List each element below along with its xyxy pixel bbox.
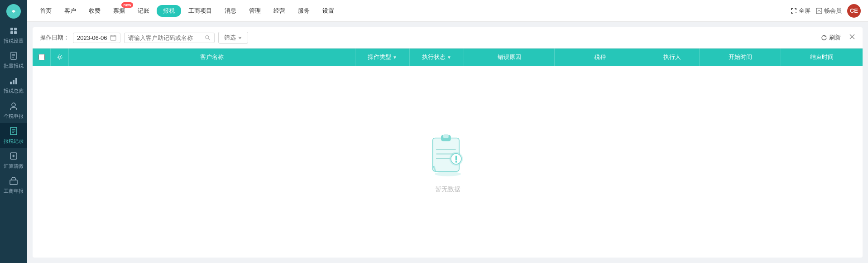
exec-status-sort-icon: ▼ bbox=[447, 55, 451, 60]
refresh-icon bbox=[821, 34, 827, 41]
sidebar: 报税设置 批量报税 报税总览 bbox=[0, 0, 27, 263]
main-content: 操作日期： 2023-06-06 筛选 bbox=[27, 22, 868, 263]
svg-point-12 bbox=[12, 103, 15, 107]
svg-rect-4 bbox=[14, 31, 17, 34]
col-settings[interactable] bbox=[51, 49, 69, 66]
sidebar-item-piliang-baoshui-label: 批量报税 bbox=[4, 63, 24, 69]
sidebar-item-piliang-baoshui[interactable]: 批量报税 bbox=[0, 48, 27, 73]
svg-rect-11 bbox=[15, 78, 17, 84]
sidebar-item-baoshui-jilu-label: 报税记录 bbox=[4, 138, 24, 144]
op-type-sort-icon: ▼ bbox=[393, 55, 397, 60]
nav-item-customer[interactable]: 客户 bbox=[59, 5, 82, 17]
close-button[interactable] bbox=[849, 34, 855, 42]
baoshui-shezhi-icon bbox=[9, 26, 18, 37]
svg-rect-1 bbox=[10, 28, 13, 30]
nav-item-baoshui[interactable]: 报税 bbox=[157, 5, 181, 17]
sidebar-item-gongshang-nianbao-label: 工商年报 bbox=[4, 188, 24, 194]
member-button[interactable]: 畅会员 bbox=[816, 7, 842, 15]
col-executor: 执行人 bbox=[645, 49, 700, 66]
nav-item-fuwu[interactable]: 服务 bbox=[293, 5, 315, 17]
refresh-button[interactable]: 刷新 bbox=[821, 34, 841, 42]
date-value: 2023-06-06 bbox=[77, 34, 107, 41]
col-tax-type: 税种 bbox=[555, 49, 645, 66]
col-start-time: 开始时间 bbox=[700, 49, 781, 66]
nav-item-piaoju-wrapper: 票据 new bbox=[108, 5, 130, 17]
sidebar-logo[interactable] bbox=[0, 0, 27, 23]
top-bar-right: 全屏 畅会员 CE bbox=[791, 4, 861, 18]
sidebar-item-gongshang-nianbao[interactable]: 工商年报 bbox=[0, 173, 27, 198]
sidebar-item-baoshui-shezhi[interactable]: 报税设置 bbox=[0, 23, 27, 48]
table-body: 暂无数据 bbox=[33, 66, 863, 258]
avatar[interactable]: CE bbox=[847, 4, 861, 18]
sidebar-item-huisuan-jiaona[interactable]: 汇算清缴 bbox=[0, 148, 27, 173]
close-icon bbox=[849, 34, 855, 40]
svg-rect-9 bbox=[10, 82, 12, 84]
sidebar-item-geshuishenbao-label: 个税申报 bbox=[4, 113, 24, 119]
chevron-down-icon bbox=[238, 35, 242, 40]
main-area: 首页 客户 收费 票据 new 记账 报税 工商项目 消息 管理 经营 服务 设… bbox=[27, 0, 868, 263]
sidebar-item-baoshui-zonglam-label: 报税总览 bbox=[4, 88, 24, 94]
col-op-type[interactable]: 操作类型 ▼ bbox=[355, 49, 410, 66]
member-icon bbox=[816, 8, 822, 14]
content-toolbar: 操作日期： 2023-06-06 筛选 bbox=[33, 27, 863, 49]
nav-item-gongshang[interactable]: 工商项目 bbox=[183, 5, 217, 17]
filter-button[interactable]: 筛选 bbox=[218, 32, 248, 44]
svg-rect-3 bbox=[10, 31, 13, 34]
logo-icon bbox=[6, 4, 21, 19]
baoshui-zonglam-icon bbox=[9, 76, 18, 87]
svg-line-27 bbox=[208, 39, 210, 40]
fullscreen-button[interactable]: 全屏 bbox=[791, 7, 810, 15]
svg-point-26 bbox=[206, 36, 209, 39]
svg-rect-21 bbox=[816, 8, 822, 14]
sidebar-item-baoshui-jilu[interactable]: 报税记录 bbox=[0, 123, 27, 148]
col-error-reason: 错误原因 bbox=[464, 49, 555, 66]
sidebar-item-huisuan-jiaona-label: 汇算清缴 bbox=[4, 163, 24, 169]
member-label: 畅会员 bbox=[824, 7, 842, 15]
empty-illustration bbox=[425, 130, 470, 180]
nav-item-xiaoxi[interactable]: 消息 bbox=[219, 5, 242, 17]
svg-rect-22 bbox=[110, 35, 116, 40]
col-client-name: 客户名称 bbox=[69, 49, 355, 66]
fullscreen-icon bbox=[791, 8, 797, 14]
col-exec-status[interactable]: 执行状态 ▼ bbox=[410, 49, 464, 66]
gongshang-nianbao-icon bbox=[9, 176, 18, 187]
data-table: 客户名称 操作类型 ▼ 执行状态 ▼ 错误原因 税种 执行人 开始时间 结束时间 bbox=[33, 49, 863, 258]
nav-item-guanli[interactable]: 管理 bbox=[244, 5, 266, 17]
huisuan-jiaona-icon bbox=[9, 151, 18, 162]
search-input[interactable] bbox=[128, 34, 202, 41]
nav-item-jizhang[interactable]: 记账 bbox=[132, 5, 155, 17]
empty-state: 暂无数据 bbox=[425, 130, 470, 194]
piaoju-badge: new bbox=[121, 2, 133, 8]
empty-text: 暂无数据 bbox=[435, 185, 460, 194]
table-header: 客户名称 操作类型 ▼ 执行状态 ▼ 错误原因 税种 执行人 开始时间 结束时间 bbox=[33, 49, 863, 66]
col-end-time: 结束时间 bbox=[781, 49, 863, 66]
col-checkbox[interactable] bbox=[33, 49, 51, 66]
date-picker[interactable]: 2023-06-06 bbox=[73, 33, 120, 43]
settings-col-icon bbox=[57, 54, 63, 60]
filter-label: 筛选 bbox=[224, 34, 236, 42]
sidebar-item-baoshui-zonglam[interactable]: 报税总览 bbox=[0, 73, 27, 97]
nav-item-jingying[interactable]: 经营 bbox=[268, 5, 291, 17]
svg-rect-34 bbox=[443, 134, 449, 138]
search-icon bbox=[205, 34, 211, 41]
nav-item-shoufei[interactable]: 收费 bbox=[83, 5, 106, 17]
piliang-baoshui-icon bbox=[9, 51, 18, 62]
sidebar-item-geshuishenbao[interactable]: 个税申报 bbox=[0, 98, 27, 123]
baoshui-jilu-icon bbox=[9, 127, 18, 137]
svg-rect-10 bbox=[13, 80, 14, 84]
geshuishenbao-icon bbox=[9, 102, 18, 112]
svg-point-31 bbox=[434, 171, 460, 176]
nav-item-home[interactable]: 首页 bbox=[34, 5, 57, 17]
date-label: 操作日期： bbox=[40, 34, 69, 42]
select-all-checkbox[interactable] bbox=[38, 54, 45, 60]
fullscreen-label: 全屏 bbox=[799, 7, 810, 15]
top-nav-bar: 首页 客户 收费 票据 new 记账 报税 工商项目 消息 管理 经营 服务 设… bbox=[27, 0, 868, 22]
calendar-icon bbox=[110, 34, 116, 41]
search-box[interactable] bbox=[124, 33, 215, 43]
svg-rect-2 bbox=[14, 28, 17, 30]
nav-item-shezhi[interactable]: 设置 bbox=[317, 5, 340, 17]
svg-point-41 bbox=[455, 161, 456, 162]
sidebar-item-baoshui-shezhi-label: 报税设置 bbox=[4, 38, 24, 44]
refresh-label: 刷新 bbox=[829, 34, 841, 42]
svg-rect-20 bbox=[10, 180, 17, 185]
